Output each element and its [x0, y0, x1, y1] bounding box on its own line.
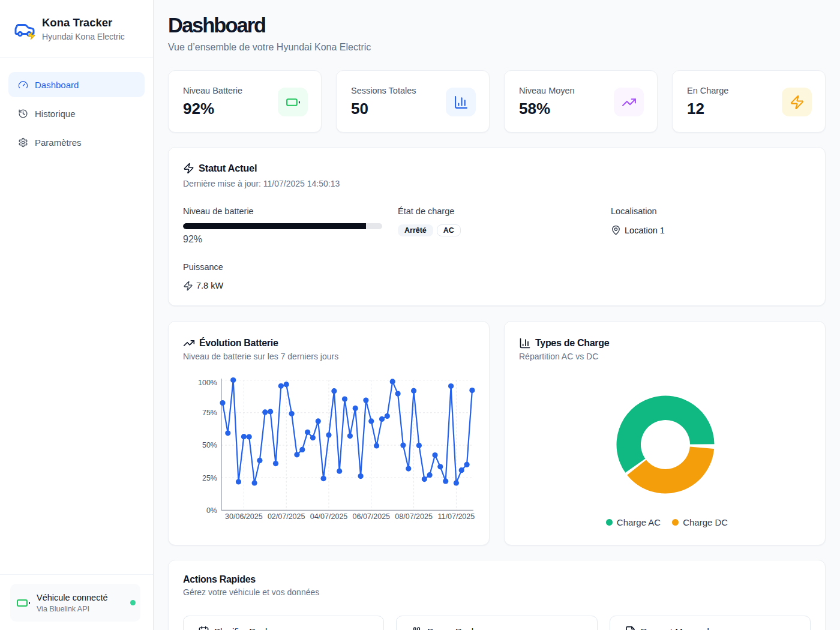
svg-text:04/07/2025: 04/07/2025 — [310, 512, 348, 521]
svg-text:100%: 100% — [198, 379, 217, 387]
svg-text:08/07/2025: 08/07/2025 — [395, 512, 433, 521]
svg-text:25%: 25% — [202, 474, 217, 482]
svg-text:75%: 75% — [202, 409, 217, 417]
svg-text:02/07/2025: 02/07/2025 — [268, 512, 305, 521]
svg-text:11/07/2025: 11/07/2025 — [438, 512, 475, 521]
svg-text:0%: 0% — [206, 506, 217, 515]
svg-text:50%: 50% — [202, 441, 217, 449]
svg-text:30/06/2025: 30/06/2025 — [225, 512, 263, 521]
svg-text:06/07/2025: 06/07/2025 — [353, 512, 391, 521]
